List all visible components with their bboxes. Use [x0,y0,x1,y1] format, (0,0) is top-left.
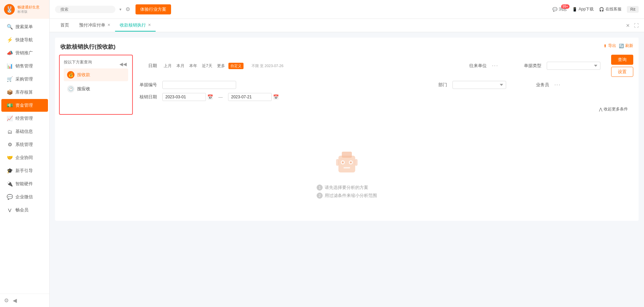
export-button[interactable]: ⬆ 导出 [603,43,616,49]
refresh-button[interactable]: 🔄 刷新 [619,43,633,49]
counterparty-select-dots[interactable]: ··· [492,63,498,69]
filter-row-1: 日期 上月 本月 本年 近7天 更多 自定义 不限 至 2023-07-26 [138,55,633,77]
filter-option-by-receivable[interactable]: 🕐 按应收 [64,83,128,95]
sidebar-item-8[interactable]: 🗂基础信息 [1,125,48,138]
app-sub: 标准版 [17,9,40,14]
receipt-icon: 💰 [67,71,74,79]
date-this-month[interactable]: 本月 [175,63,186,69]
sidebar-logo: 🐰 畅捷通好生意 标准版 [0,0,49,19]
search-chevron-icon[interactable]: ▾ [119,7,121,12]
collapse-more-area: ⋀ 收起更多条件 [138,105,633,115]
tab-prepay-close-icon[interactable]: ✕ [107,23,110,27]
empty-state: 1 请先选择要分析的方案 2 用过滤条件来缩小分析范围 [55,119,639,221]
setting-button[interactable]: 设置 [611,67,633,77]
nav-icon-14: V [7,207,13,213]
query-button[interactable]: 查询 [611,55,633,65]
message-icon: 💬 [552,7,557,12]
writeoff-date-end-group: 📅 [228,93,279,101]
main-container: ▾ ⚙ 体验行业方案 💬 消息 99+ 📱 App下载 🎧 在线客服 Rit 首… [50,0,644,307]
nav-label-9: 系统管理 [15,142,33,148]
sidebar-item-10[interactable]: 🤝企业协同 [1,151,48,164]
nav-label-4: 采购管理 [15,76,33,82]
sidebar-item-11[interactable]: 🎓新手引导 [1,164,48,177]
empty-tips: 1 请先选择要分析的方案 2 用过滤条件来缩小分析范围 [317,185,377,201]
writeoff-date-end-calendar-icon[interactable]: 📅 [273,94,279,100]
department-label: 部门 [428,82,447,88]
staff-select-dots[interactable]: ··· [554,82,561,88]
messages-button[interactable]: 💬 消息 99+ [552,6,567,12]
filter-row-3: 核销日期 📅 — 📅 [138,93,633,101]
sidebar-item-7[interactable]: 📈经营管理 [1,112,48,125]
nav-icon-13: 💬 [7,194,13,200]
solution-button[interactable]: 体验行业方案 [136,4,171,14]
date-label: 日期 [138,63,157,69]
sidebar-bottom: ⚙ ◀ [0,294,49,307]
sidebar-nav: 🔍搜索菜单⚡快捷导航📣营销推广📊销售管理🛒采购管理📦库存核算💵资金管理📈经营管理… [0,19,49,294]
tab-expand-icon[interactable]: ⛶ [634,23,639,28]
filter-right-panel: 日期 上月 本月 本年 近7天 更多 自定义 不限 至 2023-07-26 [133,51,639,119]
docnumber-input[interactable] [162,81,236,89]
svg-rect-0 [338,156,355,172]
sidebar-item-4[interactable]: 🛒采购管理 [1,73,48,86]
service-icon: 🎧 [599,7,604,12]
tab-close-all-icon[interactable]: ✕ [626,23,630,28]
tab-home[interactable]: 首页 [55,19,74,32]
svg-rect-8 [355,159,358,166]
writeoff-date-end[interactable] [228,93,272,101]
sidebar-item-6[interactable]: 💵资金管理 [1,99,48,112]
search-input[interactable] [55,6,115,13]
nav-icon-2: 📣 [7,50,13,56]
svg-point-5 [350,161,352,163]
svg-rect-1 [342,152,352,158]
refresh-icon: 🔄 [619,44,624,48]
nav-icon-0: 🔍 [7,24,13,30]
sidebar-item-13[interactable]: 💬企业微信 [1,191,48,203]
gear-icon[interactable]: ⚙ [125,6,130,12]
tab-writeoff-close-icon[interactable]: ✕ [148,23,151,27]
doctype-select[interactable] [547,62,600,70]
nav-icon-6: 💵 [7,102,13,108]
nav-icon-8: 🗂 [7,129,13,135]
online-service-button[interactable]: 🎧 在线客服 [599,6,622,12]
nav-label-14: 畅会员 [15,207,29,213]
department-select[interactable] [452,81,506,89]
collapse-sidebar-icon[interactable]: ◀ [13,297,17,304]
app-download-button[interactable]: 📱 App下载 [572,6,594,12]
writeoff-date-start-group: 📅 [162,93,213,101]
tab-bar-actions: ✕ ⛶ [626,23,639,28]
nav-label-0: 搜索菜单 [15,24,33,30]
sidebar-item-14[interactable]: V畅会员 [1,204,48,216]
sidebar-item-0[interactable]: 🔍搜索菜单 [1,20,48,33]
sidebar-item-3[interactable]: 📊销售管理 [1,60,48,72]
filter-option-by-receipt[interactable]: 💰 按收款 [64,68,128,81]
nav-icon-12: 🔌 [7,181,13,187]
sidebar-item-12[interactable]: 🔌智能硬件 [1,177,48,190]
empty-tip-1: 1 请先选择要分析的方案 [317,185,377,191]
writeoff-date-start[interactable] [162,93,206,101]
nav-label-10: 企业协同 [15,155,33,161]
nav-label-11: 新手引导 [15,168,33,174]
user-name[interactable]: Rit [627,6,639,13]
date-custom-badge[interactable]: 自定义 [228,63,244,69]
settings-icon[interactable]: ⚙ [4,297,9,304]
nav-icon-5: 📦 [7,89,13,95]
date-last-month[interactable]: 上月 [162,63,173,69]
date-quick-group: 上月 本月 本年 近7天 更多 自定义 [162,63,244,69]
date-more[interactable]: 更多 [216,63,226,69]
writeoff-date-start-calendar-icon[interactable]: 📅 [207,94,213,100]
receivable-icon: 🕐 [67,85,74,93]
nav-icon-9: ⚙ [7,142,13,148]
nav-label-13: 企业微信 [15,194,33,200]
sidebar-item-5[interactable]: 📦库存核算 [1,86,48,99]
tab-prepay[interactable]: 预付冲应付单 ✕ [74,19,115,32]
collapse-filter-button[interactable]: ◀◀ [118,60,128,68]
nav-icon-3: 📊 [7,63,13,69]
nav-icon-10: 🤝 [7,155,13,161]
sidebar-item-9[interactable]: ⚙系统管理 [1,138,48,151]
collapse-more-button[interactable]: ⋀ 收起更多条件 [599,106,628,112]
tab-writeoff[interactable]: 收款核销执行 ✕ [115,19,156,32]
date-7days[interactable]: 近7天 [201,63,214,69]
sidebar-item-1[interactable]: ⚡快捷导航 [1,34,48,46]
sidebar-item-2[interactable]: 📣营销推广 [1,47,48,59]
date-this-year[interactable]: 本年 [188,63,199,69]
